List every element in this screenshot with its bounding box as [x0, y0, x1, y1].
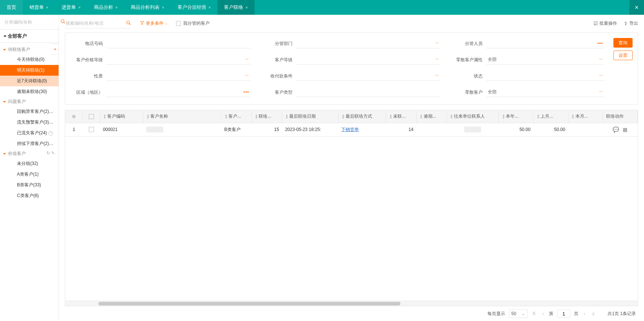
page-size-select[interactable]: 50 ⌄: [509, 309, 528, 318]
col-overdue[interactable]: ▲▼逾期...: [416, 110, 447, 123]
col-this_year[interactable]: ▲▼本年...: [499, 110, 533, 123]
filter-input[interactable]: 全部﹀: [486, 55, 605, 65]
cell-last-type[interactable]: 下销货单: [338, 123, 386, 136]
page-size-value: 50: [511, 311, 516, 316]
table-row[interactable]: 1000021 B类客户152023-05-23 18:25:下销货单14 50…: [65, 123, 638, 136]
tree-item[interactable]: B类客户(33): [0, 180, 59, 190]
tree-item[interactable]: 流失预警客户(3)?: [0, 117, 59, 128]
my-customers-checkbox[interactable]: 我分管的客户: [176, 20, 210, 27]
gear-icon[interactable]: ⚙: [72, 114, 76, 119]
col-this_month[interactable]: ▲▼本月...: [568, 110, 603, 123]
grid-action-icon[interactable]: ▦: [623, 127, 627, 132]
tab-1[interactable]: 销货单×: [23, 0, 55, 15]
sort-icon: ▲▼: [536, 114, 540, 119]
scrollbar-thumb[interactable]: [98, 302, 400, 306]
last-page-button[interactable]: ›|: [590, 311, 596, 316]
help-icon[interactable]: ?: [48, 131, 53, 136]
row-checkbox[interactable]: [89, 127, 94, 132]
col-code[interactable]: ▲▼客户编码: [100, 110, 143, 123]
cell-check[interactable]: [83, 123, 100, 136]
first-page-button[interactable]: K: [531, 311, 537, 316]
filter-field: 状态﹀: [452, 71, 630, 81]
filter-input[interactable]: •••: [106, 87, 251, 97]
tab-3[interactable]: 商品分析×: [87, 0, 124, 15]
filter-input[interactable]: ﹀: [296, 39, 440, 48]
tab-6[interactable]: 客户联络×: [217, 0, 254, 15]
chat-icon[interactable]: 💬: [613, 127, 619, 132]
filter-input[interactable]: ﹀: [486, 71, 605, 81]
tree-item-label: 近7天待联络(0): [17, 78, 47, 83]
filter-input[interactable]: ﹀: [296, 71, 440, 81]
tab-2[interactable]: 进货单×: [55, 0, 87, 15]
tree-item-label: 回购异常客户(2): [17, 109, 53, 114]
query-button[interactable]: 查询: [613, 38, 633, 48]
more-icon: •••: [244, 90, 249, 95]
col-contact_person[interactable]: ▲▼往来单位联系人: [447, 110, 499, 123]
toolbar-search: [65, 19, 131, 28]
tree-group[interactable]: 问题客户: [0, 97, 59, 106]
tree-item[interactable]: 逾期未联络(30): [0, 86, 59, 97]
col-cust[interactable]: ▲▼客户...: [221, 110, 252, 123]
filter-input[interactable]: ﹀: [106, 71, 251, 81]
tab-close-icon[interactable]: ×: [46, 5, 48, 10]
sidebar-search-input[interactable]: [4, 19, 60, 25]
horizontal-scrollbar[interactable]: [65, 301, 638, 306]
tree-item[interactable]: 明天待联络(1): [0, 65, 59, 76]
tab-label: 客户分层经营: [178, 4, 206, 11]
tree-item[interactable]: C类客户(6): [0, 190, 59, 201]
filter-field: 零散客户全部﹀: [452, 87, 630, 97]
tab-4[interactable]: 商品分析列表×: [124, 0, 171, 15]
tree-group[interactable]: 价值客户↻ ✎: [0, 149, 59, 158]
col-last_date[interactable]: ▲▼最后联络日期: [282, 110, 338, 123]
settings-button[interactable]: 设置: [613, 51, 633, 60]
export-button[interactable]: ⇪ 导出: [624, 20, 638, 27]
next-page-button[interactable]: ›: [582, 311, 587, 316]
tab-0[interactable]: 首页: [0, 0, 23, 15]
tab-close-icon[interactable]: ×: [115, 5, 118, 10]
col-last_month[interactable]: ▲▼上月...: [533, 110, 568, 123]
filter-input[interactable]: ﹀: [106, 55, 251, 65]
tree-item[interactable]: A类客户(1): [0, 169, 59, 180]
filter-input[interactable]: [296, 87, 440, 97]
tab-close-icon[interactable]: ×: [245, 5, 248, 10]
tabs-close-all[interactable]: ×: [629, 0, 644, 15]
svg-point-2: [127, 21, 130, 24]
redacted: [146, 127, 163, 132]
more-filters-label: 更多条件: [146, 20, 164, 27]
tab-close-icon[interactable]: ×: [162, 5, 164, 10]
tree-item[interactable]: 回购异常客户(2)?: [0, 106, 59, 117]
col-name[interactable]: ▲▼客户名称: [143, 110, 221, 123]
row-index: 1: [73, 127, 75, 132]
filter-input[interactable]: [106, 39, 251, 48]
toolbar-search-input[interactable]: [65, 20, 126, 26]
filter-input[interactable]: •••: [486, 39, 605, 48]
tree-item[interactable]: 今天待联络(0): [0, 54, 59, 65]
batch-action-button[interactable]: ☑ 批量操作: [594, 20, 617, 27]
cell-name: [143, 123, 221, 136]
more-filters-toggle[interactable]: 更多条件 ︿: [140, 20, 169, 27]
tree-item[interactable]: 未分组(32): [0, 158, 59, 169]
search-icon[interactable]: [126, 20, 131, 27]
tab-close-icon[interactable]: ×: [209, 5, 211, 10]
page-number-input[interactable]: [557, 310, 570, 318]
col-no_contact[interactable]: ▲▼未联...: [386, 110, 416, 123]
tree-group-tools[interactable]: ↻ ✎: [46, 151, 55, 156]
tree-item[interactable]: 已流失客户(24)?: [0, 128, 59, 138]
filter-field: 电话号码: [73, 39, 251, 48]
tree-item[interactable]: 持续下滑客户(2)?: [0, 138, 59, 149]
checkbox-all[interactable]: [89, 114, 94, 119]
col-last_type[interactable]: ▲▼最后联络方式: [338, 110, 386, 123]
tab-5[interactable]: 客户分层经营×: [171, 0, 217, 15]
sidebar-collapse-button[interactable]: «: [52, 44, 59, 55]
filter-input[interactable]: 全部﹀: [486, 87, 605, 97]
last-type-link[interactable]: 下销货单: [341, 127, 359, 132]
tree-group[interactable]: 待联络客户: [0, 45, 59, 54]
tab-close-icon[interactable]: ×: [78, 5, 80, 10]
col-contact[interactable]: ▲▼联络...: [252, 110, 282, 123]
filter-label: 区域（地区）: [73, 89, 106, 96]
filter-label: 零散客户属性: [452, 57, 486, 63]
tree-item[interactable]: 近7天待联络(0): [0, 76, 59, 86]
search-icon[interactable]: [60, 19, 66, 25]
prev-page-button[interactable]: ‹: [541, 311, 545, 316]
filter-input[interactable]: ﹀: [296, 55, 440, 65]
